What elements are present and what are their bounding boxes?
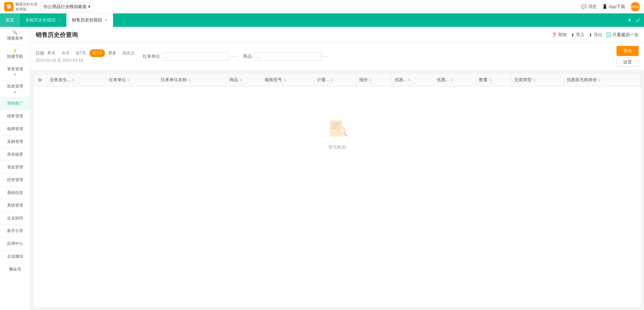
th-counterparty[interactable]: 往来单位 ⇅ <box>106 73 158 87</box>
sidebar-item-wholesale-mgmt[interactable]: 批发管理 ▲ <box>0 80 30 97</box>
tab-bar-right: ✕ ⤢ <box>623 13 644 27</box>
tab-maximize-icon[interactable]: ⤢ <box>636 17 640 23</box>
import-icon: ⬆ <box>571 33 575 38</box>
sidebar-item-member[interactable]: 畅会员 <box>0 263 30 276</box>
logo-icon: 畅 <box>4 2 13 11</box>
date-filter-group: 日期 昨天 今天 近7天 近1月 更多 自定义 2023-02-18 至 202… <box>36 49 137 63</box>
sidebar-item-system[interactable]: 系统管理 <box>0 199 30 212</box>
th-product[interactable]: 商品 ⇅ <box>227 73 262 87</box>
tab-close-purchase[interactable]: ✕ <box>58 18 61 22</box>
th-unit[interactable]: 计量... ⇅ <box>314 73 356 87</box>
empty-state-cell: 暂无数据 <box>33 87 641 177</box>
table-body: 暂无数据 <box>33 87 641 177</box>
page-header: 销售历史价查询 ❓ 帮助 ⬆ 导入 ⬇ 导出 <box>30 27 644 43</box>
sidebar-item-sales-mgmt[interactable]: 销售管理 <box>0 110 30 123</box>
sidebar-item-search-menu[interactable]: 🔍 搜索菜单 <box>0 27 30 45</box>
sort-icon-trade-type: ⇅ <box>533 78 536 82</box>
tab-sales-history[interactable]: 销售历史价跟踪 ✕ <box>66 13 113 27</box>
data-table: ⚙ 业务发生... ⇅ 往来单位 ⇅ 往来单位名称 ⇅ <box>33 73 641 177</box>
sidebar-item-inventory[interactable]: 库存核算 <box>0 148 30 161</box>
export-btn[interactable]: ⬇ 导出 <box>589 32 602 38</box>
quick-nav-icon: ⚡ <box>12 48 17 53</box>
search-icon: 🔍 <box>12 30 17 35</box>
message-action[interactable]: 💬 消息 <box>581 4 597 10</box>
product-input[interactable] <box>254 52 321 61</box>
th-settings[interactable]: ⚙ <box>33 73 47 87</box>
svg-rect-4 <box>332 127 337 128</box>
counterparty-input[interactable] <box>162 52 229 61</box>
workspace-selector[interactable]: 办公用品行业模拟账套 ▾ <box>40 2 94 11</box>
sidebar-item-enterprise-wechat[interactable]: 企业微信 <box>0 250 30 263</box>
empty-icon <box>324 113 351 140</box>
date-yesterday[interactable]: 昨天 <box>45 49 58 57</box>
page-actions: ❓ 帮助 ⬆ 导入 ⬇ 导出 ✓ 只看最后一 <box>551 32 639 38</box>
tab-close-all-icon[interactable]: ✕ <box>627 17 632 23</box>
app-download-action[interactable]: 📱 App下载 <box>602 4 625 10</box>
th-spec[interactable]: 规格型号 ⇅ <box>262 73 314 87</box>
date-more[interactable]: 更多 <box>106 49 119 57</box>
table-header: ⚙ 业务发生... ⇅ 往来单位 ⇅ 往来单位名称 ⇅ <box>33 73 641 87</box>
product-label: 商品 <box>243 53 252 59</box>
table-header-row: ⚙ 业务发生... ⇅ 往来单位 ⇅ 往来单位名称 ⇅ <box>33 73 641 87</box>
sidebar-item-new-user-guide[interactable]: 新手引导 <box>0 225 30 238</box>
settings-button[interactable]: 设置 <box>616 57 639 67</box>
chevron-down-icon: ▾ <box>88 4 91 9</box>
chevron-up-icon: ▼ <box>13 73 17 76</box>
sidebar-item-enterprise-collab[interactable]: 企业协同 <box>0 212 30 225</box>
help-btn[interactable]: ❓ 帮助 <box>551 32 567 38</box>
tab-close-sales[interactable]: ✕ <box>104 18 107 22</box>
date-today[interactable]: 今天 <box>59 49 72 57</box>
main-layout: 🔍 搜索菜单 ⚡ 快捷导航 零售管理 ▼ 批发管理 ▲ 营销推广 销售管理 电商… <box>0 27 644 310</box>
date-custom[interactable]: 自定义 <box>120 49 137 57</box>
filter-row: 日期 昨天 今天 近7天 近1月 更多 自定义 2023-02-18 至 202… <box>30 43 644 70</box>
sidebar-item-finance[interactable]: 资金管理 <box>0 161 30 174</box>
th-pre-tax-price[interactable]: 优惠前无税单价 ⇅ <box>564 73 641 87</box>
check-icon: ✓ <box>607 33 610 37</box>
chevron-up-icon-2: ▲ <box>13 90 17 94</box>
th-discount2[interactable]: 优惠... ⇅ <box>434 73 476 87</box>
svg-point-6 <box>339 128 344 134</box>
import-btn[interactable]: ⬆ 导入 <box>571 32 585 38</box>
tab-home[interactable]: 首页 <box>0 13 20 27</box>
sort-icon-discount1: ⇅ <box>408 78 411 82</box>
empty-state: 暂无数据 <box>33 87 641 177</box>
sort-icon-counterparty-name: ⇅ <box>188 78 191 82</box>
date-7days[interactable]: 近7天 <box>73 49 89 57</box>
th-quote[interactable]: 报价 ⇅ <box>356 73 391 87</box>
sidebar-item-app-center[interactable]: 应用中心 <box>0 238 30 250</box>
date-1month[interactable]: 近1月 <box>90 49 105 57</box>
sort-icon-discount2: ⇅ <box>450 78 453 82</box>
th-discount1[interactable]: 优惠... ⇅ <box>391 73 434 87</box>
only-last-label: 只看最后一次 <box>612 32 639 38</box>
sidebar-item-purchase[interactable]: 采购管理 <box>0 136 30 148</box>
empty-state-row: 暂无数据 <box>33 87 641 177</box>
th-counterparty-name[interactable]: 往来单位名称 ⇅ <box>158 73 226 87</box>
top-bar-right: 💬 消息 📱 App下载 demo2 <box>581 2 640 11</box>
sidebar-item-ecommerce[interactable]: 电商管理 <box>0 123 30 136</box>
tab-purchase-history[interactable]: 采购历史价跟踪 ✕ <box>20 13 66 27</box>
sidebar-item-marketing[interactable]: 营销推广 <box>0 97 30 110</box>
counterparty-label: 往来单位 <box>143 53 160 59</box>
sidebar-item-basic-info[interactable]: 基础信息 <box>0 187 30 199</box>
top-bar: 畅 畅捷信好生意 标准版 办公用品行业模拟账套 ▾ 💬 消息 📱 App下载 d… <box>0 0 644 13</box>
message-icon: 💬 <box>581 4 587 9</box>
sidebar-item-operations[interactable]: 经营管理 <box>0 174 30 187</box>
date-label: 日期 <box>36 50 44 56</box>
avatar[interactable]: demo2 <box>631 2 640 11</box>
checkbox-box: ✓ <box>606 33 611 37</box>
counterparty-filter: 往来单位 ··· <box>143 52 237 61</box>
only-last-checkbox[interactable]: ✓ 只看最后一次 <box>606 32 639 38</box>
table-container: ⚙ 业务发生... ⇅ 往来单位 ⇅ 往来单位名称 ⇅ <box>33 73 641 307</box>
th-biz-date[interactable]: 业务发生... ⇅ <box>47 73 106 87</box>
content-area: 销售历史价查询 ❓ 帮助 ⬆ 导入 ⬇ 导出 <box>30 27 644 310</box>
sidebar-item-quick-nav[interactable]: ⚡ 快捷导航 <box>0 45 30 63</box>
sort-icon-pre-tax-price: ⇅ <box>598 78 601 82</box>
sidebar-item-retail-mgmt[interactable]: 零售管理 ▼ <box>0 63 30 80</box>
th-trade-type[interactable]: 交易类型 ⇅ <box>512 73 564 87</box>
counterparty-search-icon[interactable]: ··· <box>231 53 237 59</box>
product-search-icon[interactable]: ··· <box>323 53 329 59</box>
search-button[interactable]: 查询 <box>616 46 639 56</box>
tab-bar: 首页 采购历史价跟踪 ✕ 销售历史价跟踪 ✕ ✕ ⤢ <box>0 13 644 27</box>
sort-icon-quote: ⇅ <box>369 78 372 82</box>
th-quantity[interactable]: 数量 ⇅ <box>476 73 512 87</box>
